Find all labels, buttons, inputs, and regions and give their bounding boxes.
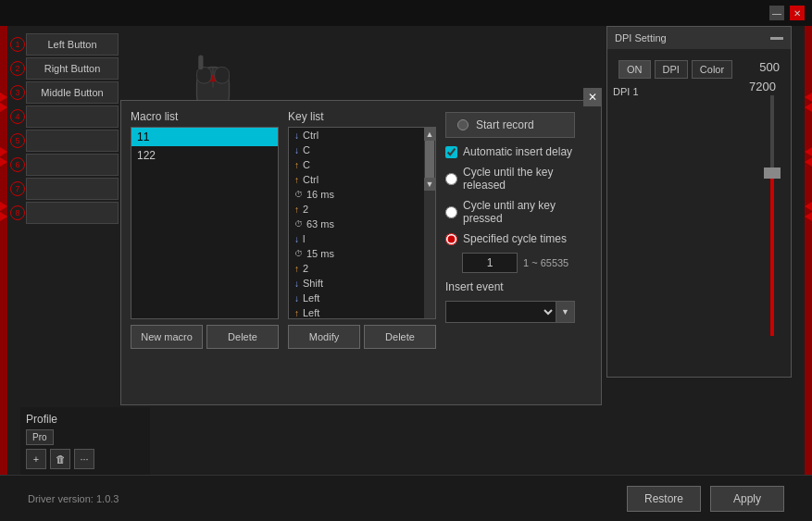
dpi-tab-dpi[interactable]: DPI (655, 60, 688, 79)
key-scroll-thumb[interactable] (425, 141, 434, 178)
right-chevron-4 (805, 157, 812, 167)
svg-rect-5 (198, 55, 203, 69)
right-chevron-6 (805, 212, 812, 221)
sidebar-btn-6[interactable]: 6 (26, 154, 119, 176)
specified-cycle-label: Specified cycle times (463, 232, 567, 245)
sidebar-btn-2[interactable]: 2 Right Button (26, 57, 119, 80)
sidebar-btn-1[interactable]: 1 Left Button (26, 33, 119, 56)
key-item-5: ↑2 (289, 202, 422, 217)
more-profile-button[interactable]: ··· (74, 449, 94, 469)
auto-insert-delay-checkbox[interactable] (445, 146, 457, 158)
dpi-minimize-button[interactable] (770, 37, 783, 40)
dpi-title-bar: DPI Setting (607, 27, 791, 49)
profile-area: Profile Pro + 🗑 ··· (20, 407, 150, 475)
title-bar-controls: — ✕ (769, 6, 805, 20)
macro-close-button[interactable]: ✕ (583, 88, 602, 106)
modify-key-button[interactable]: Modify (288, 325, 360, 349)
dpi-title: DPI Setting (615, 32, 667, 43)
right-chevron-5 (805, 202, 812, 211)
macro-list-box[interactable]: 11 122 (131, 127, 279, 319)
key-item-2: ↑C (289, 157, 422, 172)
bottom-buttons: Restore Apply (627, 486, 784, 512)
cycle-input-row: 1 ~ 65535 (462, 253, 592, 273)
minimize-button[interactable]: — (769, 6, 784, 20)
left-chevrons (0, 93, 20, 221)
left-chevron-1 (0, 93, 7, 102)
macro-item-2[interactable]: 122 (131, 146, 278, 165)
cycle-key-released-label: Cycle until the key released (463, 166, 592, 192)
left-chevron-3 (0, 147, 7, 156)
add-profile-button[interactable]: + (26, 449, 46, 469)
settings-panel: Start record Automatic insert delay Cycl… (445, 110, 592, 349)
key-item-9: ↑2 (289, 261, 422, 276)
cycle-key-released-radio[interactable] (445, 173, 457, 185)
title-bar: — ✕ (0, 0, 812, 26)
cycle-key-released-row: Cycle until the key released (445, 166, 592, 192)
auto-insert-delay-label: Automatic insert delay (463, 145, 572, 158)
key-list-box[interactable]: ↓Ctrl ↓C ↑C ↑Ctrl ⏱16 ms ↑2 ⏱63 ms ↓l ⏱1… (288, 127, 436, 319)
slider-fill (770, 167, 774, 336)
delete-profile-button[interactable]: 🗑 (50, 449, 70, 469)
start-record-button[interactable]: Start record (445, 112, 575, 138)
macro-list-panel: Macro list 11 122 New macro Delete (131, 110, 279, 349)
key-scroll-up-button[interactable]: ▲ (424, 128, 435, 141)
macro-body: Macro list 11 122 New macro Delete Key l… (121, 101, 601, 358)
left-chevron-4 (0, 157, 7, 167)
sidebar-num-2: 2 (10, 61, 25, 76)
sidebar-btn-3[interactable]: 3 Middle Button (26, 81, 119, 104)
cycle-value-input[interactable] (462, 253, 518, 273)
specified-cycle-radio[interactable] (445, 233, 457, 245)
dpi-tabs: ON DPI Color 500 (613, 55, 785, 79)
key-btn-row: Modify Delete (288, 325, 436, 349)
auto-insert-delay-row: Automatic insert delay (445, 145, 592, 158)
left-chevron-6 (0, 212, 7, 221)
key-item-8: ⏱15 ms (289, 246, 422, 261)
cycle-any-key-row: Cycle until any key pressed (445, 199, 592, 225)
insert-event-label: Insert event (445, 280, 592, 293)
dpi-tab-on[interactable]: ON (618, 60, 651, 79)
apply-button[interactable]: Apply (710, 486, 784, 512)
restore-button[interactable]: Restore (627, 486, 701, 512)
close-button[interactable]: ✕ (790, 6, 805, 20)
left-chevron-5 (0, 202, 7, 211)
profile-tab-bar: Pro (26, 429, 144, 445)
macro-item-1[interactable]: 11 (131, 128, 278, 146)
insert-event-select[interactable] (445, 301, 556, 323)
key-scroll-down-button[interactable]: ▼ (424, 178, 435, 191)
dpi-value-bottom: 7200 (749, 80, 776, 93)
key-item-12: ↑Left (289, 305, 422, 318)
main-window: — ✕ (0, 0, 812, 521)
sidebar-num-1: 1 (10, 37, 25, 52)
macro-dialog: ✕ Macro list 11 122 New macro Delete Key… (120, 100, 602, 405)
left-sidebar: 1 Left Button 2 Right Button 3 Middle Bu… (20, 26, 122, 231)
sidebar-btn-7[interactable]: 7 (26, 178, 119, 200)
slider-track (770, 95, 774, 336)
sidebar-btn-8[interactable]: 8 (26, 202, 119, 224)
key-item-7: ↓l (289, 231, 422, 246)
left-chevron-2 (0, 103, 7, 112)
sidebar-btn-5[interactable]: 5 (26, 130, 119, 152)
new-macro-button[interactable]: New macro (131, 325, 203, 349)
insert-event-dropdown[interactable]: ▼ (445, 301, 592, 323)
key-item-10: ↓Shift (289, 276, 422, 291)
dpi-panel: DPI Setting ON DPI Color 500 DPI 1 7200 (606, 26, 792, 378)
key-list-label: Key list (288, 110, 436, 123)
sidebar-btn-4[interactable]: 4 (26, 105, 119, 128)
slider-thumb[interactable] (764, 167, 781, 179)
key-item-1: ↓C (289, 143, 422, 157)
svg-rect-3 (197, 68, 212, 84)
delete-key-button[interactable]: Delete (364, 325, 436, 349)
macro-list-label: Macro list (131, 110, 279, 123)
cycle-any-key-radio[interactable] (445, 206, 457, 218)
key-list-panel: Key list ↓Ctrl ↓C ↑C ↑Ctrl ⏱16 ms ↑2 ⏱63… (288, 110, 436, 349)
right-chevrons (792, 93, 812, 221)
profile-tab[interactable]: Pro (26, 429, 54, 445)
cycle-any-key-label: Cycle until any key pressed (463, 199, 592, 225)
key-scrollbar[interactable]: ▲ ▼ (424, 128, 435, 318)
dpi-slider[interactable] (763, 95, 781, 336)
driver-version-label: Driver version: 1.0.3 (28, 493, 119, 504)
key-item-6: ⏱63 ms (289, 217, 422, 231)
dpi-tab-color[interactable]: Color (692, 60, 732, 79)
insert-dropdown-arrow[interactable]: ▼ (556, 301, 575, 323)
delete-macro-button[interactable]: Delete (206, 325, 279, 349)
